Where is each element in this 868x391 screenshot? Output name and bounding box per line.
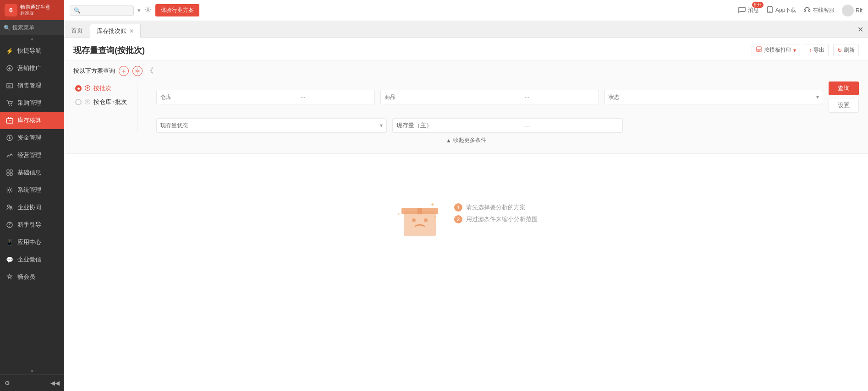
scroll-up-btn[interactable]: ▲ [0,35,64,42]
nav-label-operations: 经营管理 [17,151,41,159]
sidebar-item-quick-nav[interactable]: ⚡ 快捷导航 [0,42,64,60]
filter-warehouse-field: 仓库 ··· [156,90,375,104]
svg-rect-19 [809,10,810,11]
sidebar-nav: ⚡ 快捷导航 营销推广 销售管理 采购管理 库存核算 [0,42,64,368]
sidebar-item-basic[interactable]: 基础信息 [0,164,64,181]
sidebar-item-member[interactable]: 畅会员 [0,268,64,286]
svg-text:✦: ✦ [397,212,401,217]
sidebar-item-system[interactable]: 系统管理 [0,181,64,199]
nav-icon-guide [5,221,14,229]
svg-rect-7 [10,170,12,172]
svg-rect-20 [757,47,761,49]
topbar-dropdown-icon[interactable]: ▾ [137,7,141,14]
sidebar-item-operations[interactable]: 经营管理 [0,147,64,164]
tab-home[interactable]: 首页 [64,23,90,37]
tab-home-label: 首页 [71,27,83,35]
nav-icon-sales [5,81,14,90]
svg-point-10 [9,189,11,191]
svg-text:✦: ✦ [434,215,437,219]
settings-icon[interactable]: ⚙ [5,380,10,386]
radio-by-batch [75,85,82,92]
nav-icon-operations [5,151,14,159]
scroll-down-btn[interactable]: ▼ [0,368,64,375]
qty-max-input[interactable] [532,122,619,129]
sidebar-search[interactable]: 🔍 搜索菜单 [0,20,64,35]
export-btn[interactable]: ↑ 导出 [805,44,829,56]
hint-1-label: 请先选择要分析的方案 [466,203,526,212]
filter-fields-container: 仓库 ··· 商品 ··· [156,81,859,133]
nav-icon-app-center: 📱 [5,238,14,246]
sidebar-item-wechat[interactable]: 💬 企业微信 [0,251,64,268]
edition-label: 标准版 [20,10,50,16]
topbar-right: 消息 99+ App下载 在线客服 Rit [738,5,863,16]
search-icon: 🔍 [4,25,11,31]
print-icon [756,46,762,54]
empty-state: ✦ ✦ ✦ 1 请先选择要分析的方案 2 用过滤条件来缩小分析范围 [64,154,868,273]
tab-inventory-batch-close[interactable]: ✕ [129,28,134,34]
nav-label-system: 系统管理 [17,186,41,194]
svg-rect-8 [7,173,9,175]
tabbar: 首页 库存批次账 ✕ ✕ [64,21,868,38]
collapse-more-btn[interactable]: ▲ 收起更多条件 [73,133,859,148]
user-name: Rit [856,7,863,14]
refresh-btn[interactable]: ↻ 刷新 [833,44,859,56]
warehouse-input[interactable]: 仓库 ··· [156,90,375,104]
online-service-btn[interactable]: 在线客服 [803,6,835,15]
filter-add-btn[interactable]: + [119,66,129,76]
filter-settings-btn-2[interactable]: 设置 [829,98,859,113]
qty-min-input[interactable] [435,122,522,129]
topbar-settings-icon[interactable] [144,6,152,15]
svg-point-15 [147,9,149,11]
tabbar-close-btn[interactable]: ✕ [853,23,868,35]
inventory-qty-range[interactable]: 现存量（主） — [392,118,623,133]
svg-text:✦: ✦ [430,201,435,208]
query-btn[interactable]: 查询 [829,81,859,95]
product-input[interactable]: 商品 ··· [380,90,599,104]
sidebar-item-finance[interactable]: 资金管理 [0,129,64,147]
trial-industry-btn[interactable]: 体验行业方案 [155,4,199,16]
filter-divider [147,81,147,133]
sidebar-item-enterprise[interactable]: 企业协同 [0,199,64,216]
warehouse-more-btn[interactable]: ··· [301,94,371,100]
sidebar-item-marketing[interactable]: 营销推广 [0,60,64,77]
filter-settings-btn[interactable] [132,66,143,76]
page-title: 现存量查询(按批次) [73,45,145,56]
inventory-status-select[interactable]: 现存量状态 ▾ [156,118,387,133]
app-download-btn[interactable]: App下载 [766,6,796,15]
product-more-btn[interactable]: ··· [525,94,595,100]
filter-row-2: 现存量状态 ▾ 现存量（主） — [156,118,859,133]
filter-collapse-side-btn[interactable]: 《 [146,66,154,76]
topbar-left: 🔍 ▾ 体验行业方案 [70,4,734,16]
sidebar-header: 6 畅康通好生意 标准版 [0,0,64,20]
sidebar-item-purchase[interactable]: 采购管理 [0,94,64,112]
user-avatar [842,5,854,16]
nav-label-guide: 新手引导 [17,221,41,229]
nav-label-basic: 基础信息 [17,168,41,177]
inventory-qty-label: 现存量（主） [396,121,433,130]
sidebar-item-app-center[interactable]: 📱 应用中心 [0,234,64,251]
messages-btn[interactable]: 消息 99+ [738,5,759,15]
nav-label-app-center: 应用中心 [17,238,41,246]
svg-point-3 [11,105,12,106]
hint-num-2: 2 [454,215,462,223]
sidebar-toggle-btn[interactable]: ◀◀ [50,380,60,386]
topbar-search-box[interactable]: 🔍 [70,5,134,16]
nav-label-finance: 资金管理 [17,134,41,142]
filter-option-by-warehouse-batch[interactable]: 按仓库+批次 [73,95,132,109]
empty-illustration: ✦ ✦ ✦ [395,190,440,236]
sidebar-item-sales[interactable]: 销售管理 [0,77,64,94]
svg-point-28 [424,218,428,222]
sidebar-item-inventory[interactable]: 库存核算 [0,112,64,129]
user-menu-btn[interactable]: Rit [842,5,863,16]
print-dropdown-icon[interactable]: ▾ [793,47,796,54]
tab-inventory-batch[interactable]: 库存批次账 ✕ [90,24,141,38]
sidebar-item-guide[interactable]: 新手引导 [0,216,64,234]
svg-point-11 [8,205,10,207]
print-btn[interactable]: 按模板打印 ▾ [752,44,800,56]
nav-label-purchase: 采购管理 [17,99,41,107]
filter-option-by-batch[interactable]: 按批次 [73,81,132,95]
filter-action-btns: 查询 设置 [829,81,859,113]
messages-badge: 99+ [752,2,764,8]
by-warehouse-batch-icon [84,98,91,106]
status-select[interactable]: 状态 ▾ [604,90,823,104]
